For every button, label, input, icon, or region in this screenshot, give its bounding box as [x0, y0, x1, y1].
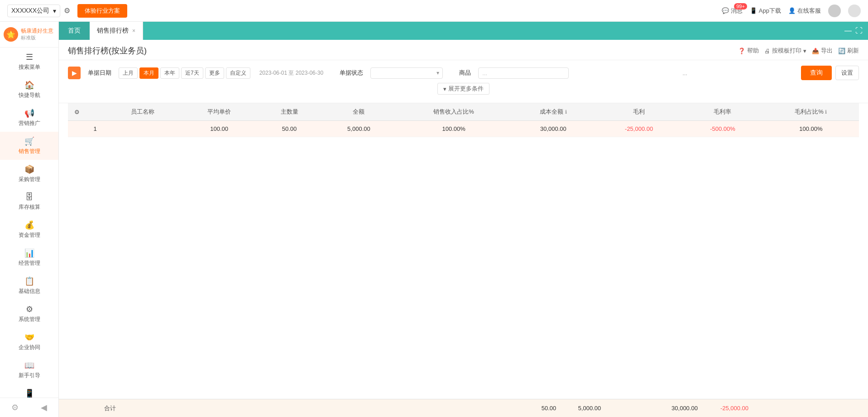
- online-label: 在线客服: [797, 7, 821, 15]
- sidebar-settings-btn[interactable]: ⚙: [11, 403, 19, 412]
- marketing-icon: 📢: [24, 108, 34, 118]
- th-sales-pct: 销售收入占比%: [397, 103, 511, 121]
- query-actions: 查询 设置: [801, 66, 859, 80]
- logo-icon: 🌟: [4, 27, 18, 42]
- user-name-area[interactable]: [848, 5, 861, 17]
- user-avatar[interactable]: [828, 5, 841, 17]
- tab-sales-ranking[interactable]: 销售排行榜 ×: [90, 22, 143, 40]
- footer-main-qty: 50.00: [528, 405, 569, 412]
- logo-sub-text: 标准版: [21, 34, 53, 41]
- purchase-icon: 📦: [24, 164, 34, 174]
- sidebar-item-system[interactable]: ⚙ 系统管理: [0, 300, 58, 328]
- sidebar-item-sales[interactable]: 🛒 销售管理: [0, 132, 58, 160]
- system-icon: ⚙: [26, 304, 33, 314]
- sidebar-item-basic-info[interactable]: 📋 基础信息: [0, 272, 58, 300]
- finance-label: 资金管理: [19, 231, 40, 239]
- th-employee: 员工名称: [104, 103, 181, 121]
- sidebar-item-operations[interactable]: 📊 经营管理: [0, 244, 58, 272]
- top-bar: XXXXXX公司 ▾ ⚙ 体验行业方案 💬 消息 99+ 📱 App下载 👤 在…: [0, 0, 868, 22]
- settings-button[interactable]: 设置: [835, 66, 859, 80]
- date-btn-this-month[interactable]: 本月: [139, 67, 158, 79]
- main-area: 🌟 畅康通好生意 标准版 ☰ 搜索菜单 🏠 快捷导航 📢 营销推广: [0, 22, 868, 417]
- query-button[interactable]: 查询: [801, 66, 832, 80]
- table-row: 1 100.00 50.00 5,000.00 100.00% 30,000.0…: [68, 121, 859, 137]
- tab-minimize-btn[interactable]: —: [844, 27, 852, 35]
- export-button[interactable]: 📤 导出: [812, 47, 833, 55]
- td-rank: 1: [86, 121, 104, 137]
- date-btn-this-year[interactable]: 本年: [160, 67, 179, 79]
- help-button[interactable]: ❓ 帮助: [738, 47, 759, 55]
- app-center-icon: 📱: [24, 388, 34, 398]
- sales-label: 销售管理: [19, 148, 40, 155]
- try-industry-button[interactable]: 体验行业方案: [77, 4, 127, 18]
- app-download-link[interactable]: 📱 App下载: [750, 7, 781, 15]
- service-icon: 👤: [788, 7, 796, 14]
- date-btn-custom[interactable]: 自定义: [226, 67, 250, 79]
- sidebar-item-enterprise[interactable]: 🤝 企业协同: [0, 328, 58, 356]
- operations-icon: 📊: [24, 248, 34, 258]
- filter-toggle-btn[interactable]: ▶: [68, 67, 81, 79]
- refresh-button[interactable]: 🔄 刷新: [838, 47, 859, 55]
- quick-nav-icon: 🏠: [24, 80, 34, 90]
- td-settings-row: [68, 121, 86, 137]
- help-icon: ❓: [738, 48, 745, 54]
- date-btn-7days[interactable]: 近7天: [181, 67, 203, 79]
- td-gross-rate: -500.00%: [682, 121, 763, 137]
- message-button[interactable]: 💬 消息 99+: [722, 7, 743, 15]
- sidebar-item-app-center[interactable]: 📱 应用中心: [0, 384, 58, 398]
- goods-filter-input[interactable]: ...: [478, 67, 569, 79]
- td-main-qty: 50.00: [258, 121, 321, 137]
- sidebar-collapse-btn[interactable]: ◀: [41, 403, 47, 412]
- sidebar-logo: 🌟 畅康通好生意 标准版: [0, 22, 58, 48]
- table-footer: 合计 50.00 5,000.00 30,000.00 -25,000.00: [59, 399, 868, 417]
- page-header: 销售排行榜(按业务员) ❓ 帮助 🖨 按模板打印 ▾ 📤: [59, 40, 868, 60]
- footer-label-cell: 合计: [104, 404, 488, 412]
- tab-close-icon[interactable]: ×: [132, 28, 135, 34]
- app-icon: 📱: [750, 7, 757, 14]
- expand-icon: ▾: [443, 86, 446, 92]
- more-filter-link[interactable]: ...: [682, 70, 687, 77]
- chat-icon: 💬: [722, 7, 729, 14]
- td-cost: 30,000.00: [511, 121, 595, 137]
- print-button[interactable]: 🖨 按模板打印 ▾: [764, 47, 806, 55]
- date-btn-last-month[interactable]: 上月: [119, 67, 138, 79]
- refresh-icon: 🔄: [838, 48, 845, 54]
- date-btn-more[interactable]: 更多: [205, 67, 224, 79]
- cost-info-icon[interactable]: ℹ: [565, 109, 567, 115]
- operations-label: 经营管理: [19, 259, 40, 267]
- table-container: ⚙ 员工名称 平均单价 主数量 全额 销售收入占比% 成本全额 ℹ 毛利 毛利率: [59, 103, 868, 399]
- status-select[interactable]: [370, 67, 443, 79]
- sidebar-item-guide[interactable]: 📖 新手引导: [0, 356, 58, 384]
- status-filter-label: 单据状态: [340, 69, 363, 77]
- expand-more-btn[interactable]: ▾ 展开更多条件: [437, 83, 489, 95]
- sidebar-item-search-order[interactable]: ☰ 搜索菜单: [0, 48, 58, 76]
- sidebar-item-inventory[interactable]: 🗄 库存核算: [0, 188, 58, 216]
- td-gross-pct: 100.00%: [763, 121, 859, 137]
- gross-pct-info-icon[interactable]: ℹ: [825, 109, 827, 115]
- sidebar-item-finance[interactable]: 💰 资金管理: [0, 216, 58, 244]
- enterprise-label: 企业协同: [19, 344, 40, 351]
- topbar-settings-icon[interactable]: ⚙: [64, 6, 70, 15]
- sidebar-item-quick-nav[interactable]: 🏠 快捷导航: [0, 76, 58, 104]
- tab-expand-btn[interactable]: ⛶: [855, 27, 863, 35]
- th-amount: 全额: [321, 103, 396, 121]
- more-filter-label: ...: [682, 70, 687, 77]
- online-service-link[interactable]: 👤 在线客服: [788, 7, 821, 15]
- print-icon: 🖨: [764, 48, 770, 54]
- footer-cost: 30,000.00: [660, 405, 710, 412]
- td-employee: [104, 121, 181, 137]
- td-amount: 5,000.00: [321, 121, 396, 137]
- search-order-label: 搜索菜单: [19, 63, 40, 71]
- enterprise-icon: 🤝: [24, 332, 34, 342]
- td-sales-pct: 100.00%: [397, 121, 511, 137]
- sidebar-item-purchase[interactable]: 📦 采购管理: [0, 160, 58, 188]
- th-rank: [86, 103, 104, 121]
- filter-row-1: ▶ 单据日期 上月 本月 本年 近7天 更多 自定义 2023-06-01 至 …: [68, 66, 859, 80]
- guide-label: 新手引导: [19, 372, 40, 379]
- tab-home[interactable]: 首页: [59, 22, 90, 40]
- th-settings[interactable]: ⚙: [68, 103, 86, 121]
- sidebar-item-marketing[interactable]: 📢 营销推广: [0, 104, 58, 132]
- company-selector[interactable]: XXXXXX公司 ▾: [7, 5, 60, 17]
- header-row: ⚙ 员工名称 平均单价 主数量 全额 销售收入占比% 成本全额 ℹ 毛利 毛利率: [68, 103, 859, 121]
- filter-toggle-icon: ▶: [72, 69, 77, 77]
